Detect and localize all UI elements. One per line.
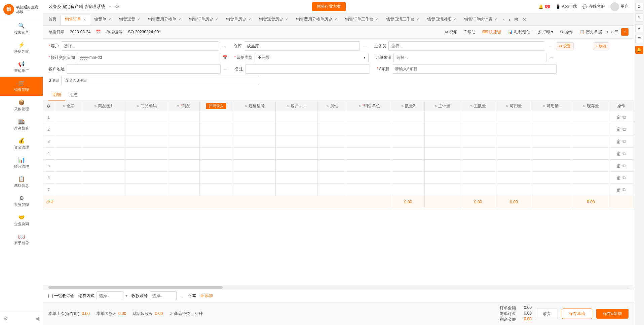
row-code-4[interactable] xyxy=(125,148,168,160)
row-avail-6[interactable] xyxy=(496,172,532,184)
row-attr-7[interactable] xyxy=(318,184,347,196)
row-image-7[interactable] xyxy=(83,184,125,196)
row-avail2-1[interactable] xyxy=(532,111,573,123)
row-cust-code-2[interactable] xyxy=(276,123,318,135)
row-stock-3[interactable] xyxy=(573,135,609,148)
row-image-5[interactable] xyxy=(83,160,125,172)
settings-gear-icon[interactable]: ⚙ xyxy=(115,3,119,10)
row-unit-7[interactable] xyxy=(347,184,392,196)
print-btn[interactable]: 🖨 打印 ▾ xyxy=(535,29,556,36)
tab-close-11[interactable]: ✕ xyxy=(453,17,456,21)
add-goods-btn[interactable]: + 物流 xyxy=(593,42,609,50)
row-spec-1[interactable] xyxy=(233,111,276,123)
row-code-6[interactable] xyxy=(125,172,168,184)
row-main-qty-6[interactable] xyxy=(460,172,496,184)
sidebar-item-8[interactable]: 📋基础信息 xyxy=(0,172,43,192)
shortcut-btn[interactable]: ⌨ 快捷键 xyxy=(480,29,503,36)
row-copy-2[interactable]: ⧉ xyxy=(622,126,626,132)
delivery-date-input[interactable] xyxy=(77,53,221,62)
row-qty2-1[interactable] xyxy=(392,111,424,123)
tab-close-7[interactable]: ✕ xyxy=(285,17,288,21)
collapse-icon[interactable]: ◀ xyxy=(35,315,39,322)
row-image-3[interactable] xyxy=(83,135,125,148)
account-input[interactable] xyxy=(150,291,177,300)
sidebar-item-3[interactable]: 🛒销售管理 xyxy=(0,77,43,96)
row-main-unit-2[interactable] xyxy=(424,123,460,135)
right-icon-edit[interactable]: ✎ xyxy=(635,13,643,22)
row-unit-6[interactable] xyxy=(347,172,392,184)
tab-item-6[interactable]: 销货单历史✕ xyxy=(222,14,255,25)
sidebar-item-6[interactable]: 💰资金管理 xyxy=(0,134,43,153)
row-scan-4[interactable] xyxy=(199,148,233,160)
row-code-3[interactable] xyxy=(125,135,168,148)
row-main-unit-5[interactable] xyxy=(424,160,460,172)
row-main-qty-4[interactable] xyxy=(460,148,496,160)
row-avail-7[interactable] xyxy=(496,184,532,196)
tab-close-2[interactable]: ✕ xyxy=(108,17,111,21)
row-stock-4[interactable] xyxy=(573,148,609,160)
tab-close-1[interactable]: ✕ xyxy=(83,17,86,21)
add-payment-btn[interactable]: ⊕ 添加 xyxy=(200,293,213,299)
horizontal-scrollbar[interactable] xyxy=(43,285,634,289)
row-qty2-4[interactable] xyxy=(392,148,424,160)
staff-input[interactable] xyxy=(388,41,545,51)
row-qty2-5[interactable] xyxy=(392,160,424,172)
list-view-btn[interactable]: ☰ xyxy=(615,30,618,34)
help-btn[interactable]: ? 帮助 xyxy=(462,29,478,36)
row-spec-2[interactable] xyxy=(233,123,276,135)
row-delete-1[interactable]: 🗑 xyxy=(616,115,621,120)
row-main-unit-7[interactable] xyxy=(424,184,460,196)
row-attr-4[interactable] xyxy=(318,148,347,160)
tab-item-1[interactable]: 销售订单✕ xyxy=(61,14,90,25)
tab-close-3[interactable]: ✕ xyxy=(137,17,140,21)
row-goods-6[interactable] xyxy=(168,172,199,184)
table-container[interactable]: ⚙ ⇅ 仓库 ⇅ 商品图片 ⇅ 商品编码 ⇅ *商品 扫码录入 ⇅ 规格型号 ⇅… xyxy=(43,101,634,285)
row-image-4[interactable] xyxy=(83,148,125,160)
row-warehouse-6[interactable] xyxy=(54,172,83,184)
sidebar-item-1[interactable]: ⚡快捷导航 xyxy=(0,38,43,57)
gear-icon[interactable]: ⚙ xyxy=(47,104,50,109)
row-avail2-6[interactable] xyxy=(532,172,573,184)
row-avail-1[interactable] xyxy=(496,111,532,123)
b-project-input[interactable] xyxy=(61,76,259,85)
right-icon-settings[interactable]: ⚙ xyxy=(635,3,643,11)
tab-next-btn[interactable]: › xyxy=(507,17,513,22)
row-main-unit-4[interactable] xyxy=(424,148,460,160)
history-btn[interactable]: 📋 历史单据 xyxy=(578,29,604,36)
row-copy-1[interactable]: ⧉ xyxy=(622,114,626,120)
order-source-more[interactable]: ··· xyxy=(548,55,554,59)
row-avail2-2[interactable] xyxy=(532,123,573,135)
tab-close-6[interactable]: ✕ xyxy=(248,17,251,21)
row-stock-1[interactable] xyxy=(573,111,609,123)
sidebar-item-11[interactable]: 📖新手引导 xyxy=(0,230,43,249)
row-main-qty-7[interactable] xyxy=(460,184,496,196)
addr-more-btn[interactable]: ··· xyxy=(223,67,228,71)
row-code-2[interactable] xyxy=(125,123,168,135)
row-stock-2[interactable] xyxy=(573,123,609,135)
profit-btn[interactable]: 📊 毛利预估 xyxy=(506,29,532,36)
row-scan-6[interactable] xyxy=(199,172,233,184)
nav-prev-btn[interactable]: ‹ xyxy=(607,30,608,34)
tab-item-10[interactable]: 钱货日清工作台✕ xyxy=(382,14,423,25)
sidebar-item-4[interactable]: 📦采购管理 xyxy=(0,96,43,115)
warehouse-more-btn[interactable]: ··· xyxy=(362,44,368,48)
row-avail2-5[interactable] xyxy=(532,160,573,172)
row-goods-3[interactable] xyxy=(168,135,199,148)
order-source-input[interactable] xyxy=(393,53,546,62)
detail-tab-0[interactable]: 明细 xyxy=(48,90,65,100)
right-icon-alert[interactable]: 🔔 xyxy=(635,46,643,54)
save-new-button[interactable]: 保存&新增 xyxy=(596,309,629,319)
invoice-type-select[interactable]: 不开票 ▾ xyxy=(255,53,369,62)
one-click-input[interactable] xyxy=(48,294,53,298)
row-spec-7[interactable] xyxy=(233,184,276,196)
calendar-icon[interactable]: 📅 xyxy=(96,30,101,34)
row-main-qty-3[interactable] xyxy=(460,135,496,148)
a-project-input[interactable] xyxy=(392,64,557,74)
col-gear[interactable]: ⚙ xyxy=(43,101,54,111)
row-delete-3[interactable]: 🗑 xyxy=(616,139,621,144)
row-copy-3[interactable]: ⧉ xyxy=(622,138,626,144)
row-main-qty-1[interactable] xyxy=(460,111,496,123)
tab-close-9[interactable]: ✕ xyxy=(375,17,378,21)
account-more-btn[interactable]: ··· xyxy=(179,294,184,298)
row-delete-5[interactable]: 🗑 xyxy=(616,163,621,168)
